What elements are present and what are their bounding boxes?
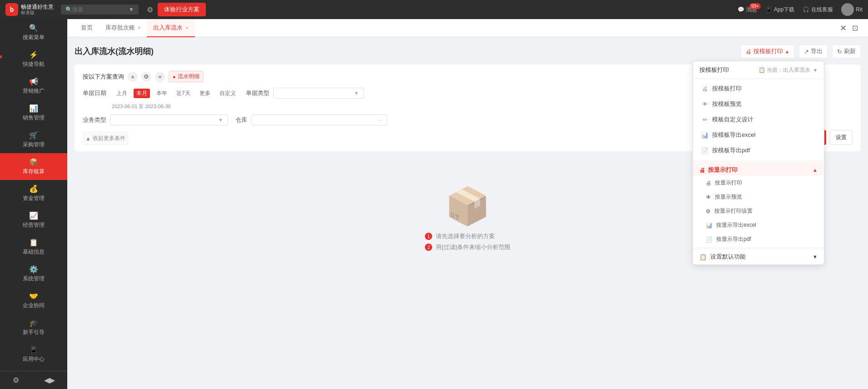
design-icon: ✏: [701, 116, 708, 123]
sidebar-item-cooperation[interactable]: 🤝 企业协同: [0, 287, 67, 314]
display-preview-item[interactable]: 👁 按显示预览: [693, 190, 824, 204]
excel-icon: 📊: [701, 131, 708, 139]
step-2: 2 用[过滤]条件来缩小分析范围: [425, 243, 510, 251]
window-close-button[interactable]: ✕: [837, 22, 849, 34]
chevron-right-icon: ▼: [813, 254, 818, 259]
avatar-image: [841, 3, 854, 16]
tab-inventory-flow[interactable]: 出入库流水 ×: [147, 19, 195, 37]
username: Rit: [856, 6, 863, 13]
date-btn-7days[interactable]: 近7天: [174, 89, 193, 98]
filter-settings-button[interactable]: ⚙: [141, 72, 151, 82]
refresh-button[interactable]: ↻ 刷新: [832, 45, 861, 58]
sidebar-collapse-button[interactable]: ◀▶: [44, 376, 55, 384]
sidebar-item-guide[interactable]: 🎓 新手引导: [0, 314, 67, 341]
message-badge: 99+: [749, 3, 761, 9]
search-icon: 🔍: [65, 6, 72, 13]
date-btn-last-month[interactable]: 上月: [114, 89, 130, 98]
printer-icon: 🖨: [746, 48, 752, 55]
date-btn-custom[interactable]: 自定义: [217, 89, 239, 98]
display-print-item[interactable]: 🖨 按显示打印: [693, 176, 824, 190]
business-type-input[interactable]: ▼: [110, 115, 228, 125]
marketing-icon: 📢: [29, 77, 38, 86]
sidebar-item-shortcut[interactable]: ⚡ 快捷导航: [0, 46, 67, 73]
default-settings-icon: 📋: [699, 254, 707, 260]
display-pdf-item[interactable]: 📄 按显示导出pdf: [693, 232, 824, 246]
gear-icon[interactable]: ⚙: [147, 5, 153, 14]
sidebar-item-purchase[interactable]: 🛒 采购管理: [0, 126, 67, 153]
tab-inventory-batch-close[interactable]: ×: [138, 25, 140, 30]
tab-inventory-batch[interactable]: 库存批次账 ×: [99, 19, 147, 37]
print-dropdown-panel: 按模板打印 📋 当前：出入库流水 ▼: [693, 61, 824, 265]
page-header: 出入库流水(流水明细) 🖨 按模板打印 ▲ ↗ 导出 ↻: [75, 45, 861, 58]
date-btn-more[interactable]: 更多: [197, 89, 213, 98]
step-2-text: 用[过滤]条件来缩小分析范围: [436, 243, 510, 251]
sidebar-item-inventory[interactable]: 📦 库存核算: [0, 153, 67, 180]
tab-home[interactable]: 首页: [75, 19, 99, 37]
sidebar-item-appstore[interactable]: 📱 应用中心: [0, 341, 67, 368]
basic-icon: 📋: [29, 238, 38, 247]
sidebar-item-basic[interactable]: 📋 基础信息: [0, 234, 67, 260]
search-input[interactable]: [72, 6, 127, 13]
sidebar-item-marketing[interactable]: 📢 营销推广: [0, 73, 67, 100]
search-icon: 🔍: [29, 24, 38, 32]
add-filter-button[interactable]: +: [128, 72, 138, 82]
logo-icon: b: [5, 3, 18, 16]
sidebar-item-sales[interactable]: 📊 销售管理: [0, 100, 67, 126]
template-design-item[interactable]: ✏ 模板自定义设计: [693, 112, 824, 127]
filter-tag[interactable]: ● 流水明细: [169, 71, 204, 82]
sidebar-item-finance[interactable]: 💰 资金管理: [0, 180, 67, 207]
sidebar-item-operation[interactable]: 📈 经营管理: [0, 207, 67, 234]
display-print-group-header[interactable]: 🖨 按显示打印 ▲: [693, 162, 824, 176]
customer-service-button[interactable]: 🎧 在线客服: [803, 6, 833, 14]
filter-tag-icon: ●: [173, 74, 176, 80]
date-field: 单据日期 上月 本月 本年 近7天 更多 自定义: [83, 89, 239, 98]
sidebar-item-system[interactable]: ⚙️ 系统管理: [0, 260, 67, 287]
download-icon: 📱: [765, 6, 772, 13]
industry-solution-button[interactable]: 体验行业方案: [158, 3, 206, 16]
settings-button[interactable]: 设置: [830, 130, 853, 145]
template-excel-item[interactable]: 📊 按模板导出excel: [693, 127, 824, 143]
tab-inventory-flow-close[interactable]: ×: [185, 25, 188, 30]
sidebar-item-label: 资金管理: [23, 194, 45, 202]
search-title: 按以下方案查询: [83, 73, 124, 81]
window-maximize-button[interactable]: ⊡: [849, 23, 861, 33]
content-area: 首页 库存批次账 × 出入库流水 × ✕ ⊡ 出入库: [67, 19, 868, 389]
template-print-button[interactable]: 🖨 按模板打印 ▲: [741, 45, 794, 58]
sidebar-settings-button[interactable]: ⚙: [13, 376, 19, 384]
print-icon: 🖨: [701, 85, 708, 92]
sidebar-item-label: 销售管理: [23, 114, 45, 122]
sidebar-item-label: 营销推广: [23, 87, 45, 95]
sidebar-item-search[interactable]: 🔍 搜索菜单: [0, 19, 67, 46]
user-avatar[interactable]: Rit: [841, 3, 863, 16]
step-1-num: 1: [425, 233, 432, 240]
voucher-type-field: 单据类型 ▼: [246, 88, 364, 99]
warehouse-input[interactable]: ···: [251, 115, 387, 125]
step-list: 1 请先选择要分析的方案 2 用[过滤]条件来缩小分析范围: [425, 232, 510, 251]
set-default-button[interactable]: 📋 设置默认功能 ▼: [693, 249, 824, 264]
search-dropdown-icon[interactable]: ▼: [129, 6, 134, 13]
dropdown-arrow-icon: ▼: [354, 90, 359, 96]
voucher-type-input[interactable]: ▼: [273, 88, 364, 99]
template-preview-item[interactable]: 👁 按模板预览: [693, 96, 824, 112]
template-print-item[interactable]: 🖨 按模板打印: [693, 81, 824, 96]
messages-button[interactable]: 💬 消息 99+: [738, 6, 757, 14]
display-settings-item[interactable]: ⚙ 按显示打印设置: [693, 204, 824, 218]
export-label: 导出: [811, 47, 823, 55]
date-btn-this-year[interactable]: 本年: [154, 89, 170, 98]
global-search[interactable]: 🔍 ▼: [61, 5, 139, 15]
collapse-more-button[interactable]: ▲ 收起更多条件: [83, 132, 128, 145]
sidebar-item-wechat[interactable]: 💬 企业微信: [0, 368, 67, 371]
divider: [693, 161, 824, 161]
template-print-section: 🖨 按模板打印 👁 按模板预览 ✏ 模板自定义设计: [693, 79, 824, 160]
main-area: 🔍 搜索菜单 ⚡ 快捷导航 📢 营销推广 📊 销售管理 🛒 采购管理: [0, 19, 868, 389]
filter-collapse-button[interactable]: «: [155, 72, 165, 82]
sidebar-item-label: 基础信息: [23, 248, 45, 256]
template-pdf-item[interactable]: 📄 按模板导出pdf: [693, 143, 824, 158]
display-excel-item[interactable]: 📊 按显示导出excel: [693, 218, 824, 232]
sidebar: 🔍 搜索菜单 ⚡ 快捷导航 📢 营销推广 📊 销售管理 🛒 采购管理: [0, 19, 67, 389]
operation-icon: 📈: [29, 211, 38, 220]
app-download-button[interactable]: 📱 App下载: [765, 6, 794, 14]
date-btn-this-month[interactable]: 本月: [134, 89, 150, 98]
page-actions: 🖨 按模板打印 ▲ ↗ 导出 ↻ 刷新: [741, 45, 861, 58]
export-button[interactable]: ↗ 导出: [799, 45, 828, 58]
